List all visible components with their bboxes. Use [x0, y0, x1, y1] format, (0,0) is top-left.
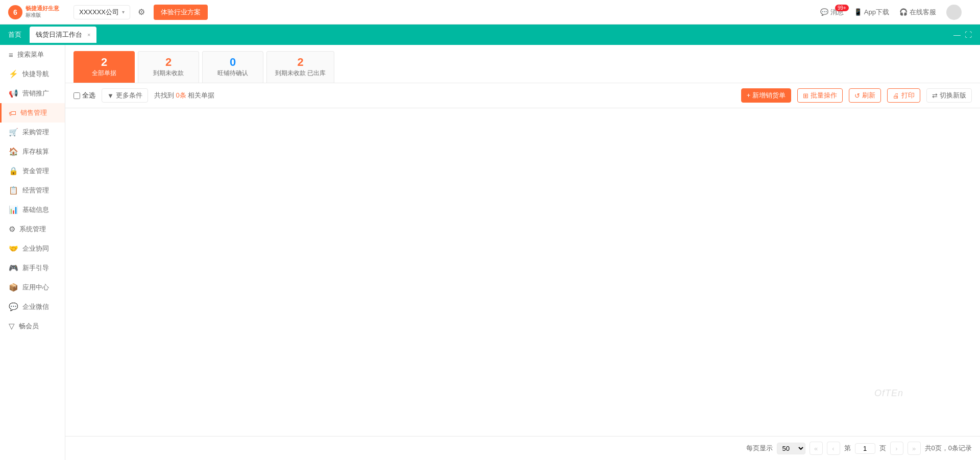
refresh-btn[interactable]: ↺ 刷新: [849, 88, 881, 103]
operations-icon: 📋: [9, 186, 18, 195]
sidebar-item-label: 企业协同: [22, 244, 49, 253]
batch-btn[interactable]: ⊞ 批量操作: [797, 88, 843, 103]
sidebar-item-corp-wechat[interactable]: 💬 企业微信: [0, 297, 65, 317]
stats-num-overdue-out: 2: [298, 56, 304, 69]
messages-btn[interactable]: 💬 消息 99+: [820, 8, 844, 17]
stats-tab-overdue[interactable]: 2 到期未收款: [138, 51, 199, 83]
stats-tab-all[interactable]: 2 全部单据: [74, 51, 135, 83]
stats-label-wangpu: 旺铺待确认: [217, 69, 248, 78]
stats-tab-wangpu[interactable]: 0 旺铺待确认: [202, 51, 263, 83]
sidebar-item-operations[interactable]: 📋 经营管理: [0, 181, 65, 200]
enterprise-icon: 🤝: [9, 244, 18, 253]
sidebar-item-newbie[interactable]: 🎮 新手引导: [0, 258, 65, 278]
tab-close-icon[interactable]: ×: [87, 32, 90, 38]
sidebar-item-app-center[interactable]: 📦 应用中心: [0, 278, 65, 297]
filter-label: 更多条件: [116, 91, 142, 100]
table-area: [65, 108, 980, 436]
minimize-btn[interactable]: —: [953, 31, 961, 39]
last-page-btn[interactable]: »: [908, 442, 921, 455]
sidebar-item-purchase[interactable]: 🛒 采购管理: [0, 123, 65, 142]
sidebar-item-label: 畅会员: [19, 322, 39, 331]
stats-tab-overdue-out[interactable]: 2 到期未收款 已出库: [266, 51, 334, 83]
company-selector[interactable]: XXXXXX公司 ▾: [74, 5, 130, 19]
switch-version-btn[interactable]: ⇄ 切换新版: [926, 88, 972, 103]
sidebar-item-base-info[interactable]: 📊 基础信息: [0, 200, 65, 220]
sidebar-item-search-menu[interactable]: ≡ 搜索菜单: [0, 45, 65, 64]
stats-tabs: 2 全部单据 2 到期未收款 0 旺铺待确认 2 到期未收款 已出库: [65, 45, 980, 83]
sidebar-item-capital[interactable]: 🔒 资金管理: [0, 161, 65, 181]
settings-icon[interactable]: ⚙: [134, 5, 149, 19]
refresh-icon: ↺: [854, 92, 860, 100]
tab-label: 钱货日清工作台: [36, 30, 82, 39]
page-input[interactable]: [855, 443, 875, 454]
sidebar-item-marketing[interactable]: 📢 营销推广: [0, 84, 65, 103]
checkbox-input[interactable]: [74, 92, 80, 99]
sidebar-item-label: 应用中心: [22, 283, 49, 292]
sidebar-item-quick-nav[interactable]: ⚡ 快捷导航: [0, 64, 65, 84]
app-sub: 标准版: [26, 12, 59, 19]
select-all-checkbox[interactable]: 全选: [74, 91, 95, 100]
message-icon: 💬: [820, 8, 828, 16]
stats-label-all: 全部单据: [92, 69, 116, 78]
chevron-down-icon: ▾: [122, 9, 125, 15]
prev-page-btn[interactable]: ‹: [827, 442, 840, 455]
sidebar-item-label: 营销推广: [22, 89, 49, 98]
message-badge: 99+: [835, 5, 849, 11]
filter-icon: ▼: [107, 92, 114, 100]
search-menu-icon: ≡: [9, 51, 13, 59]
app-name: 畅捷通好生意: [26, 5, 59, 12]
topbar: 6 畅捷通好生意 标准版 XXXXXX公司 ▾ ⚙ 体验行业方案 💬 消息 99…: [0, 0, 980, 25]
company-name: XXXXXX公司: [79, 8, 119, 17]
filter-btn[interactable]: ▼ 更多条件: [102, 88, 148, 103]
maximize-btn[interactable]: ⛶: [965, 31, 972, 39]
pagination: 每页显示 20 50 100 « ‹ 第 页 › » 共0页，0条记录: [65, 436, 980, 460]
tab-home[interactable]: 首页: [0, 25, 30, 45]
sidebar-item-label: 资金管理: [22, 166, 49, 176]
page-size-label: 每页显示: [746, 444, 773, 453]
sidebar: ≡ 搜索菜单 ⚡ 快捷导航 📢 营销推广 🏷 销售管理 🛒 采购管理 🏠 库存核…: [0, 45, 65, 460]
page-size-select[interactable]: 20 50 100: [777, 443, 805, 454]
sidebar-item-label: 销售管理: [20, 108, 47, 117]
member-icon: ▽: [9, 322, 15, 331]
sidebar-item-label: 搜索菜单: [17, 50, 44, 59]
sidebar-item-member[interactable]: ▽ 畅会员: [0, 317, 65, 336]
online-service-btn[interactable]: 🎧 在线客服: [899, 8, 936, 17]
tabbar: 首页 钱货日清工作台 × — ⛶: [0, 25, 980, 45]
trial-btn[interactable]: 体验行业方案: [154, 5, 208, 20]
corp-wechat-icon: 💬: [9, 302, 18, 311]
toolbar-left: 全选 ▼ 更多条件 共找到 0条 相关单据: [74, 88, 735, 103]
tab-active[interactable]: 钱货日清工作台 ×: [30, 27, 96, 43]
sidebar-item-label: 系统管理: [19, 225, 46, 234]
found-count: 0条: [176, 91, 186, 99]
quick-nav-icon: ⚡: [9, 69, 18, 79]
base-info-icon: 📊: [9, 205, 18, 214]
avatar[interactable]: [946, 5, 962, 20]
toolbar-right: + 新增销货单 ⊞ 批量操作 ↺ 刷新 🖨 打印 ⇄ 切换新版: [741, 88, 972, 103]
app-download-btn[interactable]: 📱 App下载: [854, 8, 889, 17]
print-btn[interactable]: 🖨 打印: [887, 88, 920, 103]
app-logo: 6 畅捷通好生意 标准版: [8, 5, 74, 19]
sidebar-item-enterprise[interactable]: 🤝 企业协同: [0, 239, 65, 258]
sales-icon: 🏷: [9, 109, 16, 117]
sidebar-item-label: 快捷导航: [22, 69, 49, 79]
sidebar-item-system[interactable]: ⚙ 系统管理: [0, 220, 65, 239]
online-service-label: 在线客服: [910, 8, 936, 17]
sidebar-item-inventory[interactable]: 🏠 库存核算: [0, 142, 65, 161]
batch-icon: ⊞: [803, 92, 808, 100]
sidebar-item-label: 库存核算: [22, 147, 49, 156]
sidebar-item-sales[interactable]: 🏷 销售管理: [0, 103, 65, 123]
switch-icon: ⇄: [932, 92, 938, 100]
next-page-btn[interactable]: ›: [890, 442, 903, 455]
sidebar-item-label: 企业微信: [22, 302, 49, 311]
download-icon: 📱: [854, 8, 862, 16]
newbie-icon: 🎮: [9, 263, 18, 273]
service-icon: 🎧: [899, 8, 908, 16]
stats-label-overdue: 到期未收款: [153, 69, 184, 78]
first-page-btn[interactable]: «: [810, 442, 823, 455]
page-label2: 页: [879, 444, 886, 453]
topbar-right: 💬 消息 99+ 📱 App下载 🎧 在线客服: [820, 5, 972, 20]
new-sale-btn[interactable]: + 新增销货单: [741, 88, 791, 103]
total-text: 共0页，0条记录: [925, 444, 972, 453]
stats-num-wangpu: 0: [230, 56, 236, 69]
window-controls: — ⛶: [953, 31, 980, 39]
